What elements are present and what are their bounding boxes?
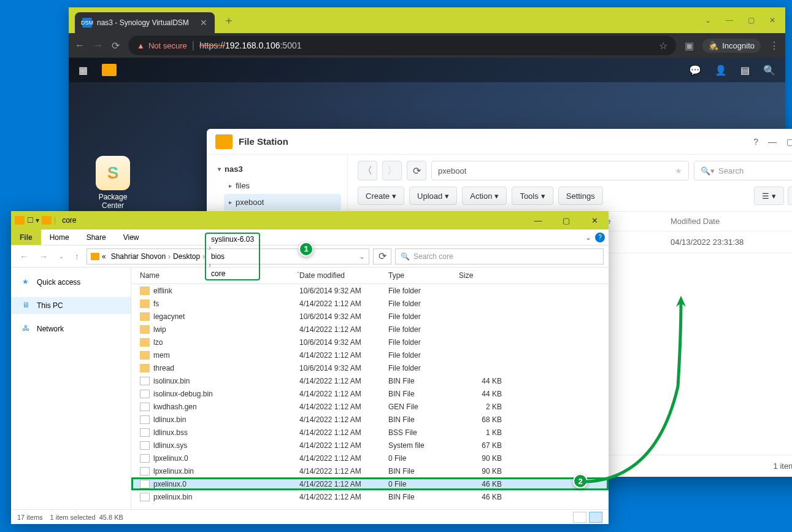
minimize-icon[interactable]: — xyxy=(726,16,733,25)
bookmark-star-icon[interactable]: ☆ xyxy=(659,40,667,52)
file-row[interactable]: isolinux-debug.bin4/14/2022 1:12 AMBIN F… xyxy=(131,387,609,400)
up-button[interactable]: ↑ xyxy=(71,252,83,261)
new-tab-button[interactable]: ＋ xyxy=(223,13,234,28)
file-row[interactable]: lpxelinux.bin4/14/2022 1:12 AMBIN File90… xyxy=(131,465,609,477)
window-title: core xyxy=(62,216,76,225)
quick-access-toolbar[interactable]: ☐ ▾ xyxy=(25,216,42,225)
dsm-taskbar-folder-icon[interactable] xyxy=(102,64,117,76)
not-secure-warning[interactable]: ▲ Not secure xyxy=(137,41,187,50)
widgets-icon[interactable]: ▤ xyxy=(740,64,750,76)
tree-item-pxeboot[interactable]: ▸pxeboot xyxy=(224,194,341,210)
chat-icon[interactable]: 💬 xyxy=(689,64,701,76)
close-tab-icon[interactable]: ✕ xyxy=(200,18,207,28)
maximize-icon[interactable]: ▢ xyxy=(786,137,792,147)
folder-icon xyxy=(91,253,99,260)
favorite-star-icon[interactable]: ★ xyxy=(675,166,682,175)
search-input[interactable]: 🔍▾Search xyxy=(694,161,792,180)
file-row[interactable]: ldlinux.bss4/14/2022 1:12 AMBSS File1 KB xyxy=(131,426,609,439)
maximize-icon[interactable]: ▢ xyxy=(748,16,755,25)
dock-item-package-center[interactable]: Package Center xyxy=(93,156,133,210)
file-row[interactable]: isolinux.bin4/14/2022 1:12 AMBIN File44 … xyxy=(131,374,609,387)
minimize-icon[interactable]: — xyxy=(768,137,777,147)
nav-quick-access[interactable]: ★Quick access xyxy=(11,274,131,291)
col-type[interactable]: Type xyxy=(388,271,459,280)
tools-button[interactable]: Tools ▾ xyxy=(512,187,553,205)
ribbon-expand-icon[interactable]: ⌄ xyxy=(585,233,591,242)
nav-this-pc[interactable]: 🖥This PC xyxy=(11,297,131,314)
user-icon[interactable]: 👤 xyxy=(715,64,727,76)
tree-item-files[interactable]: ▸files xyxy=(224,177,341,194)
file-row[interactable]: kwdhash.gen4/14/2022 1:12 AMGEN File2 KB xyxy=(131,400,609,413)
breadcrumb-part[interactable]: Desktop xyxy=(171,252,202,261)
file-row[interactable]: mem4/14/2022 1:12 AMFile folder xyxy=(131,349,609,361)
breadcrumb-part[interactable]: bios xyxy=(209,252,256,261)
file-row[interactable]: lwip4/14/2022 1:12 AMFile folder xyxy=(131,323,609,336)
search-input[interactable]: 🔍Search core xyxy=(395,249,604,264)
address-bar[interactable]: ▲ Not secure | https://192.168.0.106:500… xyxy=(128,36,676,55)
dsm-topbar: ▦ 💬 👤 ▤ 🔍 xyxy=(69,58,785,82)
tab-home[interactable]: Home xyxy=(41,229,78,245)
file-row[interactable]: legacynet10/6/2014 9:32 AMFile folder xyxy=(131,310,609,323)
file-row[interactable]: ldlinux.sys4/14/2022 1:12 AMSystem file6… xyxy=(131,439,609,452)
col-modified[interactable]: Modified Date xyxy=(671,217,792,226)
nav-network[interactable]: 🖧Network xyxy=(11,320,131,337)
view-mode-button[interactable]: ☰ ▾ xyxy=(754,187,784,205)
tab-share[interactable]: Share xyxy=(78,229,115,245)
col-date[interactable]: Date modified xyxy=(299,271,388,280)
folder-icon xyxy=(215,134,233,149)
upload-button[interactable]: Upload ▾ xyxy=(409,187,457,205)
view-large-icons-button[interactable] xyxy=(573,512,586,523)
chevron-down-icon[interactable]: ⌄ xyxy=(705,16,711,25)
menu-icon[interactable]: ⋮ xyxy=(769,40,779,52)
file-row[interactable]: fs4/14/2022 1:12 AMFile folder xyxy=(131,297,609,310)
breadcrumb-dropdown-icon[interactable]: ⌄ xyxy=(359,252,365,261)
breadcrumb[interactable]: « Shahriar Shovon› Desktop› syslinux-6.0… xyxy=(87,249,369,264)
file-icon xyxy=(140,415,150,424)
settings-button[interactable]: Settings xyxy=(558,187,603,205)
breadcrumb-part[interactable]: Shahriar Shovon xyxy=(109,252,168,261)
tab-file[interactable]: File xyxy=(11,229,41,245)
history-dropdown[interactable]: ⌄ xyxy=(55,253,67,260)
back-button[interactable]: ← xyxy=(16,252,32,261)
close-icon[interactable]: ✕ xyxy=(769,16,775,25)
search-icon[interactable]: 🔍 xyxy=(763,64,775,76)
extensions-icon[interactable]: ▣ xyxy=(685,40,694,52)
file-row[interactable]: lpxelinux.04/14/2022 1:12 AM0 File90 KB xyxy=(131,452,609,465)
minimize-icon[interactable]: — xyxy=(524,216,552,225)
file-row[interactable]: thread10/6/2014 9:32 AMFile folder xyxy=(131,361,609,374)
file-row[interactable]: lzo10/6/2014 9:32 AMFile folder xyxy=(131,336,609,349)
file-row[interactable]: pxelinux.04/14/2022 1:12 AM0 File46 KB xyxy=(131,477,609,490)
back-button[interactable]: ← xyxy=(75,40,85,51)
nav-forward-button[interactable]: 〉 xyxy=(382,161,402,180)
action-button[interactable]: Action ▾ xyxy=(462,187,507,205)
tab-view[interactable]: View xyxy=(115,229,148,245)
breadcrumb-part[interactable]: core xyxy=(209,269,256,278)
maximize-icon[interactable]: ▢ xyxy=(552,216,580,225)
file-row[interactable]: pxelinux.bin4/14/2022 1:12 AMBIN File46 … xyxy=(131,490,609,503)
view-details-button[interactable] xyxy=(589,512,602,523)
dsm-apps-icon[interactable]: ▦ xyxy=(79,64,91,76)
help-icon[interactable]: ? xyxy=(753,137,758,147)
file-row[interactable]: elflink10/6/2014 9:32 AMFile folder xyxy=(131,284,609,297)
close-icon[interactable]: ✕ xyxy=(580,216,609,225)
incognito-badge[interactable]: 🕵Incognito xyxy=(702,39,761,53)
nav-refresh-button[interactable]: ⟳ xyxy=(407,161,426,180)
nav-back-button[interactable]: 〈 xyxy=(358,161,377,180)
folder-icon xyxy=(15,216,25,225)
sort-button[interactable]: ⇅ xyxy=(788,187,792,205)
tree-root[interactable]: ▾nas3 xyxy=(213,161,341,177)
path-input[interactable]: pxeboot★ xyxy=(431,161,689,180)
col-size[interactable]: Size xyxy=(459,271,508,280)
refresh-button[interactable]: ⟳ xyxy=(373,249,391,264)
forward-button[interactable]: → xyxy=(93,40,103,51)
explorer-titlebar: ☐ ▾ | core — ▢ ✕ xyxy=(11,211,609,229)
file-icon xyxy=(140,480,150,488)
create-button[interactable]: Create ▾ xyxy=(358,187,404,205)
reload-button[interactable]: ⟳ xyxy=(112,40,120,52)
help-icon[interactable]: ? xyxy=(595,233,605,242)
browser-tab[interactable]: DSM nas3 - Synology VirtualDSM ✕ xyxy=(75,12,215,33)
forward-button[interactable]: → xyxy=(36,252,52,261)
breadcrumb-part[interactable]: syslinux-6.03 xyxy=(209,235,256,244)
file-row[interactable]: ldlinux.bin4/14/2022 1:12 AMBIN File68 K… xyxy=(131,413,609,426)
file-list[interactable]: elflink10/6/2014 9:32 AMFile folderfs4/1… xyxy=(131,284,609,509)
